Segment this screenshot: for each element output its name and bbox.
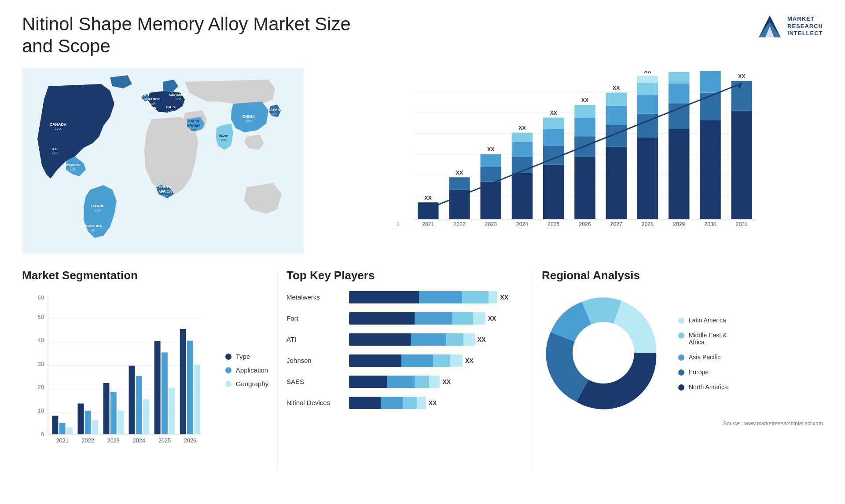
- svg-rect-121: [77, 403, 84, 434]
- svg-text:2025: 2025: [547, 221, 560, 227]
- world-map: CANADA xx% U.S. xx% MEXICO xx% BRAZIL xx…: [22, 66, 304, 256]
- svg-text:AFRICA: AFRICA: [158, 190, 172, 194]
- svg-rect-77: [637, 76, 658, 82]
- svg-rect-46: [449, 190, 470, 219]
- svg-text:SAUDI: SAUDI: [188, 119, 199, 123]
- svg-rect-135: [194, 365, 200, 434]
- svg-rect-89: [731, 81, 753, 110]
- svg-rect-120: [66, 427, 73, 434]
- svg-rect-118: [52, 416, 58, 434]
- player-bar-nitinol-devices: XX: [349, 397, 524, 409]
- legend-label-geography: Geography: [236, 380, 268, 387]
- svg-rect-71: [606, 92, 627, 106]
- player-seg1: [349, 376, 387, 388]
- player-seg4: [429, 376, 440, 388]
- player-bar-stack-metalwerks: [349, 291, 497, 303]
- player-name-johnson: Johnson: [287, 357, 344, 364]
- svg-rect-85: [700, 92, 721, 120]
- page-container: Nitinol Shape Memory Alloy Market Size a…: [0, 0, 845, 504]
- svg-text:xx%: xx%: [150, 102, 155, 105]
- svg-text:FRANCE: FRANCE: [145, 97, 160, 101]
- svg-text:xx%: xx%: [148, 111, 154, 114]
- bottom-section: Market Segmentation 0 10 20 30 40: [22, 269, 823, 471]
- svg-rect-56: [512, 132, 533, 142]
- svg-text:2025: 2025: [158, 437, 171, 444]
- svg-rect-63: [574, 157, 595, 219]
- regional-label-latin-america: Latin America: [689, 317, 726, 324]
- svg-text:GERMANY: GERMANY: [169, 93, 188, 97]
- player-seg2: [387, 376, 415, 388]
- svg-rect-51: [481, 154, 502, 167]
- svg-rect-60: [543, 129, 564, 146]
- donut-chart-container: [542, 291, 665, 416]
- player-bar-stack-fort: [349, 312, 485, 325]
- svg-rect-127: [129, 365, 135, 434]
- svg-text:xx%: xx%: [168, 110, 173, 113]
- svg-rect-53: [512, 173, 533, 219]
- svg-rect-119: [59, 423, 66, 434]
- svg-rect-134: [187, 340, 193, 434]
- svg-rect-124: [103, 383, 110, 434]
- player-seg3: [446, 333, 463, 346]
- svg-rect-44: [418, 202, 439, 219]
- logo: MARKET RESEARCH INTELLECT: [757, 13, 823, 40]
- svg-text:XX: XX: [550, 110, 558, 116]
- svg-rect-86: [700, 71, 721, 92]
- svg-text:2022: 2022: [453, 221, 466, 227]
- regional-label-europe: Europe: [689, 369, 709, 376]
- legend-label-application: Application: [236, 366, 268, 374]
- legend-application: Application: [225, 366, 268, 374]
- svg-rect-68: [606, 147, 627, 219]
- player-xx-nitinol-devices: XX: [429, 399, 437, 406]
- svg-rect-76: [637, 82, 658, 95]
- player-seg4: [417, 397, 426, 409]
- svg-text:SPAIN: SPAIN: [146, 106, 156, 110]
- regional-legend-latin-america: Latin America: [678, 317, 728, 324]
- player-seg1: [349, 333, 411, 346]
- player-bar-ati: XX: [349, 333, 524, 346]
- svg-text:2023: 2023: [485, 221, 497, 227]
- player-bar-metalwerks: XX: [349, 291, 524, 303]
- svg-text:60: 60: [38, 294, 44, 300]
- player-row-metalwerks: Metalwerks XX: [287, 291, 524, 303]
- player-bar-stack-ati: [349, 333, 475, 346]
- svg-text:xx%: xx%: [191, 128, 196, 131]
- segment-chart: 0 10 20 30 40 50 60: [22, 291, 212, 449]
- svg-text:CANADA: CANADA: [50, 122, 67, 127]
- player-seg3: [415, 376, 429, 388]
- player-seg1: [349, 312, 415, 325]
- player-seg2: [419, 291, 462, 303]
- svg-rect-70: [606, 106, 627, 125]
- player-seg3: [433, 354, 450, 367]
- svg-text:0: 0: [41, 431, 44, 438]
- svg-rect-130: [154, 341, 161, 434]
- regional-legend-north-america: North America: [678, 383, 728, 391]
- player-xx-metalwerks: XX: [500, 294, 508, 301]
- svg-text:xx%: xx%: [88, 229, 94, 232]
- segment-chart-area: 0 10 20 30 40 50 60: [22, 291, 268, 449]
- svg-text:2027: 2027: [610, 221, 623, 227]
- svg-text:MEXICO: MEXICO: [66, 163, 80, 167]
- logo-icon: [757, 13, 783, 40]
- svg-text:ITALY: ITALY: [166, 105, 176, 109]
- player-seg2: [381, 397, 403, 409]
- svg-rect-75: [637, 95, 658, 114]
- player-name-fort: Fort: [287, 314, 344, 322]
- svg-text:xx%: xx%: [271, 113, 277, 116]
- svg-text:50: 50: [38, 313, 44, 320]
- player-bar-fort: XX: [349, 312, 524, 325]
- svg-rect-58: [543, 165, 564, 219]
- player-bar-johnson: XX: [349, 354, 524, 367]
- svg-text:ARGENTINA: ARGENTINA: [81, 224, 102, 228]
- svg-text:30: 30: [38, 360, 44, 367]
- svg-text:xx%: xx%: [245, 119, 252, 123]
- svg-rect-126: [118, 411, 124, 434]
- player-row-saes: SAES XX: [287, 376, 524, 388]
- player-xx-saes: XX: [442, 378, 451, 385]
- player-xx-johnson: XX: [465, 357, 474, 364]
- svg-text:SOUTH: SOUTH: [159, 185, 171, 189]
- player-name-saes: SAES: [287, 378, 344, 385]
- svg-rect-82: [669, 72, 690, 84]
- svg-text:U.K.: U.K.: [140, 93, 147, 97]
- regional-label-asia-pacific: Asia Pacific: [689, 354, 720, 361]
